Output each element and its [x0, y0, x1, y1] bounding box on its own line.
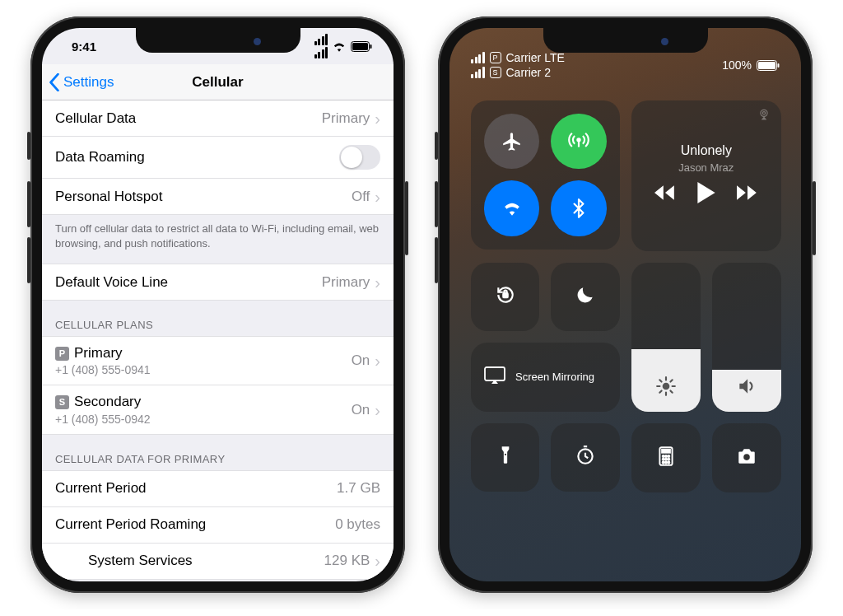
- flashlight-icon: [495, 445, 516, 469]
- svg-point-25: [743, 454, 750, 460]
- calculator-icon: [655, 446, 677, 470]
- dual-signal-icon: [314, 34, 328, 58]
- camera-button[interactable]: [712, 423, 781, 492]
- section-footnote: Turn off cellular data to restrict all d…: [42, 215, 394, 264]
- notch: [136, 28, 300, 53]
- notch: [543, 28, 708, 53]
- svg-point-18: [668, 455, 669, 457]
- svg-point-16: [662, 455, 664, 457]
- flashlight-button[interactable]: [471, 423, 539, 492]
- camera-icon: [736, 446, 757, 470]
- prev-track-button[interactable]: [654, 184, 676, 205]
- row-value: 1.7 GB: [337, 480, 380, 497]
- svg-rect-1: [352, 43, 368, 50]
- plan-name: Primary: [74, 345, 123, 362]
- sim-badge-icon: S: [55, 395, 69, 409]
- toggle-data-roaming[interactable]: [339, 145, 380, 170]
- row-cellular-data[interactable]: Cellular Data Primary›: [42, 100, 394, 137]
- chevron-right-icon: ›: [375, 189, 380, 205]
- volume-icon: [736, 376, 757, 400]
- svg-point-8: [761, 110, 767, 116]
- sim-badge-icon: S: [490, 67, 501, 78]
- row-value: On: [352, 352, 370, 369]
- nav-back-button[interactable]: Settings: [42, 73, 114, 91]
- bluetooth-button[interactable]: [551, 180, 606, 236]
- play-button[interactable]: [697, 182, 715, 208]
- row-plan-primary[interactable]: PPrimary +1 (408) 555-0941 On›: [42, 337, 394, 385]
- svg-point-23: [665, 461, 667, 463]
- row-default-voice-line[interactable]: Default Voice Line Primary›: [42, 264, 394, 301]
- screen-mirroring-icon: [484, 366, 505, 388]
- signal-bars-icon: [471, 52, 485, 63]
- svg-rect-11: [485, 367, 505, 380]
- volume-slider[interactable]: [712, 263, 781, 412]
- phone-frame-left: 9:41 Settings Cellular Cellular Data Pri…: [30, 16, 405, 593]
- play-icon: [697, 182, 715, 203]
- svg-rect-5: [778, 63, 780, 68]
- orientation-lock-icon: [495, 284, 516, 309]
- screen-mirroring-button[interactable]: Screen Mirroring: [471, 343, 620, 412]
- airplane-icon: [501, 131, 523, 152]
- do-not-disturb-button[interactable]: [551, 263, 619, 331]
- brightness-slider[interactable]: [631, 263, 701, 412]
- row-value: Off: [352, 189, 370, 205]
- row-current-period[interactable]: Current Period 1.7 GB: [42, 471, 394, 507]
- status-time: 9:41: [72, 40, 96, 54]
- carrier-line-1: P Carrier LTE: [471, 51, 565, 64]
- row-plan-secondary[interactable]: SSecondary +1 (408) 555-0942 On›: [42, 385, 394, 434]
- row-current-period-roaming[interactable]: Current Period Roaming 0 bytes: [42, 507, 394, 544]
- svg-point-21: [668, 459, 669, 460]
- timer-button[interactable]: [551, 423, 619, 492]
- next-track-button[interactable]: [737, 184, 758, 205]
- plan-name: Secondary: [74, 394, 141, 410]
- wifi-icon: [332, 40, 347, 52]
- orientation-lock-button[interactable]: [471, 263, 539, 331]
- control-center-grid: Unlonely Jason Mraz: [449, 87, 801, 503]
- carrier-name: Carrier 2: [506, 66, 551, 79]
- forward-icon: [737, 184, 758, 201]
- chevron-left-icon: [49, 73, 60, 91]
- cellular-data-button[interactable]: [551, 114, 606, 169]
- chevron-right-icon: ›: [375, 274, 380, 291]
- airplane-mode-button[interactable]: [484, 114, 539, 169]
- wifi-button[interactable]: [484, 180, 539, 236]
- now-playing-card[interactable]: Unlonely Jason Mraz: [631, 100, 782, 251]
- timer-icon: [575, 445, 596, 469]
- row-personal-hotspot[interactable]: Personal Hotspot Off›: [42, 179, 394, 215]
- svg-rect-15: [662, 450, 670, 453]
- row-label: Data Roaming: [55, 149, 145, 166]
- carrier-name: Carrier LTE: [506, 51, 565, 64]
- chevron-right-icon: ›: [375, 553, 380, 569]
- chevron-right-icon: ›: [375, 402, 380, 418]
- row-value: Primary: [322, 274, 370, 291]
- wifi-icon: [501, 198, 523, 219]
- plan-number: +1 (408) 555-0941: [55, 363, 151, 376]
- nav-back-label: Settings: [63, 74, 114, 91]
- row-system-services[interactable]: System Services 129 KB›: [42, 544, 394, 580]
- svg-rect-9: [503, 293, 507, 297]
- svg-point-20: [665, 459, 667, 460]
- section-header-usage: Cellular Data for Primary: [42, 435, 394, 471]
- screen-control-center: P Carrier LTE S Carrier 2 100%: [449, 28, 801, 581]
- screen-mirroring-label: Screen Mirroring: [515, 371, 594, 384]
- row-value: On: [352, 402, 370, 418]
- row-label: Personal Hotspot: [55, 189, 162, 205]
- track-title: Unlonely: [681, 143, 732, 158]
- row-value: 0 bytes: [335, 516, 380, 533]
- track-artist: Jason Mraz: [678, 161, 734, 174]
- svg-point-17: [665, 455, 667, 457]
- moon-icon: [575, 284, 596, 309]
- sim-badge-icon: P: [490, 52, 501, 63]
- row-data-roaming[interactable]: Data Roaming: [42, 137, 394, 179]
- phone-frame-right: P Carrier LTE S Carrier 2 100%: [438, 16, 813, 593]
- antenna-icon: [568, 131, 589, 152]
- sim-badge-icon: P: [55, 347, 69, 361]
- row-label: System Services: [55, 553, 193, 569]
- connectivity-card[interactable]: [471, 100, 620, 250]
- backward-icon: [654, 184, 676, 201]
- calculator-button[interactable]: [631, 423, 701, 492]
- row-label: Current Period Roaming: [55, 516, 206, 533]
- row-value: 129 KB: [324, 553, 370, 569]
- carrier-line-2: S Carrier 2: [471, 66, 565, 79]
- svg-point-22: [662, 461, 664, 463]
